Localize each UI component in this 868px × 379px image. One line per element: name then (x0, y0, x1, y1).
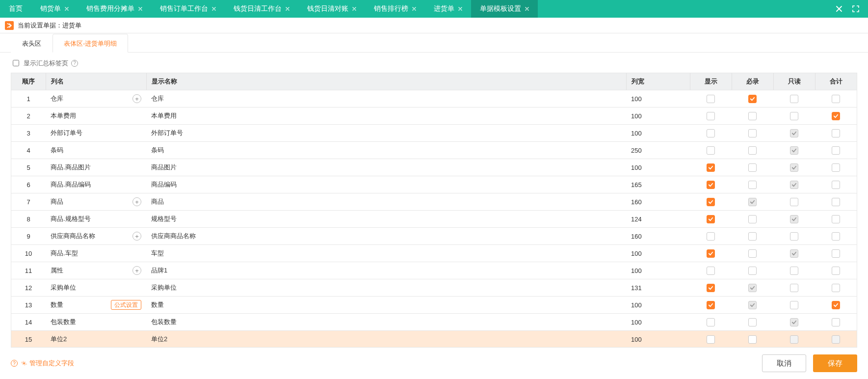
checkbox-show[interactable] (707, 198, 715, 206)
add-icon[interactable]: + (132, 266, 141, 275)
cell-width[interactable]: 100 (626, 159, 690, 176)
checkbox-required[interactable] (748, 318, 757, 326)
top-tab-4[interactable]: 钱货日清工作台 (225, 0, 298, 18)
checkbox-required[interactable] (748, 335, 757, 344)
checkbox-show[interactable] (707, 284, 715, 292)
cell-width[interactable]: 100 (626, 125, 690, 141)
checkbox-show[interactable] (707, 335, 715, 344)
cell-display[interactable]: 数量 (146, 297, 626, 313)
cell-width[interactable]: 160 (626, 228, 690, 244)
table-row[interactable]: 2本单费用本单费用100 (11, 107, 857, 124)
close-icon[interactable] (525, 6, 529, 12)
top-tab-6[interactable]: 销售排行榜 (365, 0, 425, 18)
checkbox-required[interactable] (748, 163, 757, 172)
cell-width[interactable]: 100 (626, 262, 690, 279)
checkbox-readonly[interactable] (790, 284, 798, 292)
cancel-button[interactable]: 取消 (762, 354, 806, 372)
checkbox-sum[interactable] (832, 232, 840, 241)
checkbox-required[interactable] (748, 232, 757, 241)
table-row[interactable]: 8商品.规格型号规格型号124 (11, 210, 857, 227)
checkbox-show[interactable] (707, 146, 715, 155)
checkbox-readonly[interactable] (790, 232, 798, 241)
close-all-icon[interactable] (836, 5, 842, 12)
close-icon[interactable] (458, 6, 462, 12)
checkbox-sum[interactable] (832, 284, 840, 292)
checkbox-sum[interactable] (832, 267, 840, 275)
checkbox-required[interactable] (748, 112, 757, 120)
close-icon[interactable] (65, 6, 69, 12)
top-tab-3[interactable]: 销售订单工作台 (151, 0, 225, 18)
checkbox-readonly[interactable] (790, 267, 798, 275)
cell-width[interactable]: 100 (626, 90, 690, 107)
checkbox-sum[interactable] (832, 181, 840, 189)
top-tab-0[interactable]: 首页 (0, 0, 31, 18)
checkbox-readonly[interactable] (790, 95, 798, 103)
top-tab-8[interactable]: 单据模板设置 (471, 0, 538, 18)
cell-display[interactable]: 条码 (146, 142, 626, 159)
checkbox-sum[interactable] (832, 215, 840, 223)
checkbox-show[interactable] (707, 249, 715, 258)
cell-width[interactable]: 100 (626, 245, 690, 262)
cell-display[interactable]: 商品图片 (146, 159, 626, 176)
table-row[interactable]: 9供应商商品名称+供应商商品名称160 (11, 227, 857, 244)
checkbox-show[interactable] (707, 163, 715, 172)
checkbox-show[interactable] (707, 318, 715, 326)
manage-custom-fields-link[interactable]: 管理自定义字段 (21, 359, 74, 368)
checkbox-required[interactable] (748, 215, 757, 223)
cell-display[interactable]: 车型 (146, 245, 626, 262)
checkbox-show[interactable] (707, 181, 715, 189)
cell-width[interactable]: 100 (626, 314, 690, 330)
top-tab-7[interactable]: 进货单 (425, 0, 471, 18)
save-button[interactable]: 保存 (813, 354, 857, 372)
table-row[interactable]: 7商品+商品160 (11, 193, 857, 210)
formula-button[interactable]: 公式设置 (111, 300, 141, 310)
table-row[interactable]: 15单位2单位2100 (11, 330, 857, 347)
table-row[interactable]: 5商品.商品图片商品图片100 (11, 159, 857, 176)
checkbox-readonly[interactable] (790, 198, 798, 206)
table-row[interactable]: 12采购单位采购单位131 (11, 279, 857, 296)
help-icon[interactable]: ? (71, 60, 78, 67)
top-tab-2[interactable]: 销售费用分摊单 (78, 0, 151, 18)
checkbox-sum[interactable] (832, 163, 840, 172)
checkbox-required[interactable] (748, 146, 757, 155)
fullscreen-icon[interactable] (852, 5, 859, 12)
cell-width[interactable]: 165 (626, 176, 690, 193)
checkbox-required[interactable] (748, 129, 757, 137)
cell-display[interactable]: 供应商商品名称 (146, 228, 626, 244)
cell-display[interactable]: 采购单位 (146, 279, 626, 296)
close-icon[interactable] (138, 6, 142, 12)
expand-toggle-icon[interactable] (5, 21, 14, 30)
checkbox-sum[interactable] (832, 198, 840, 206)
add-icon[interactable]: + (132, 197, 141, 206)
grid-body[interactable]: 1仓库+仓库1002本单费用本单费用1003外部订单号外部订单号1004条码条码… (11, 90, 857, 347)
table-row[interactable]: 1仓库+仓库100 (11, 90, 857, 107)
cell-display[interactable]: 品牌1 (146, 262, 626, 279)
checkbox-show[interactable] (707, 301, 715, 309)
close-icon[interactable] (212, 6, 216, 12)
cell-width[interactable]: 100 (626, 108, 690, 124)
checkbox-show[interactable] (707, 215, 715, 223)
add-icon[interactable]: + (132, 94, 141, 103)
close-icon[interactable] (352, 6, 356, 12)
close-icon[interactable] (412, 6, 416, 12)
cell-display[interactable]: 仓库 (146, 90, 626, 107)
checkbox-show[interactable] (707, 112, 715, 120)
checkbox-required[interactable] (748, 181, 757, 189)
checkbox-sum[interactable] (832, 146, 840, 155)
checkbox-sum[interactable] (832, 129, 840, 137)
checkbox-show[interactable] (707, 95, 715, 103)
cell-display[interactable]: 单位2 (146, 331, 626, 347)
add-icon[interactable]: + (132, 232, 141, 241)
top-tab-5[interactable]: 钱货日清对账 (298, 0, 365, 18)
checkbox-sum[interactable] (832, 301, 840, 309)
checkbox-show[interactable] (707, 232, 715, 241)
cell-width[interactable]: 160 (626, 193, 690, 210)
sub-tab-1[interactable]: 表体区-进货单明细 (53, 34, 128, 53)
checkbox-sum[interactable] (832, 318, 840, 326)
close-icon[interactable] (286, 6, 289, 12)
cell-display[interactable]: 外部订单号 (146, 125, 626, 141)
show-summary-checkbox[interactable] (13, 60, 19, 66)
cell-width[interactable]: 100 (626, 331, 690, 347)
checkbox-sum[interactable] (832, 95, 840, 103)
checkbox-required[interactable] (748, 95, 757, 103)
